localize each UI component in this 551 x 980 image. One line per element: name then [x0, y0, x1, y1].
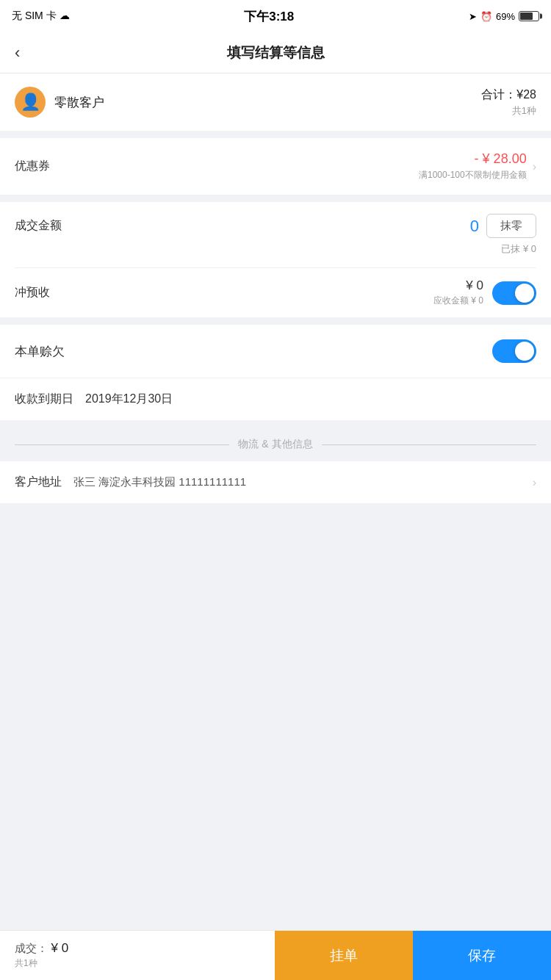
customer-card: 👤 零散客户 合计：¥28 共1种 [0, 73, 551, 131]
bottom-deal-amount: ¥ 0 [51, 941, 68, 955]
logistics-section-label: 物流 & 其他信息 [238, 438, 312, 451]
debt-label: 本单赊欠 [15, 343, 65, 360]
hold-order-button[interactable]: 挂单 [275, 931, 413, 981]
prereceive-label: 冲预收 [15, 285, 50, 300]
address-row[interactable]: 客户地址 张三 海淀永丰科技园 11111111111 › [0, 461, 551, 503]
debt-row: 本单赊欠 [0, 325, 551, 378]
coupon-discount-value: - ¥ 28.00 [419, 151, 527, 167]
prereceive-amounts: ¥ 0 应收金额 ¥ 0 [433, 278, 483, 307]
coupon-row[interactable]: 优惠券 - ¥ 28.00 满1000-100不限制使用金额 › [0, 138, 551, 195]
coupon-card: 优惠券 - ¥ 28.00 满1000-100不限制使用金额 › [0, 138, 551, 195]
debt-toggle[interactable] [492, 339, 536, 363]
prereceive-sub: 应收金额 ¥ 0 [433, 295, 483, 307]
coupon-right: - ¥ 28.00 满1000-100不限制使用金额 › [419, 151, 536, 181]
prereceive-value: ¥ 0 [433, 278, 483, 293]
status-left: 无 SIM 卡 ☁ [12, 10, 70, 23]
nav-bar: ‹ 填写结算等信息 [0, 32, 551, 73]
chevron-right-icon: › [533, 160, 536, 173]
battery-percent: 69% [496, 11, 515, 22]
prereceive-right: ¥ 0 应收金额 ¥ 0 [433, 278, 536, 307]
deal-amount-controls: 0 抹零 [470, 214, 536, 238]
bottom-info: 成交： ¥ 0 共1种 [0, 941, 275, 970]
bottom-spacing [0, 511, 551, 569]
coupon-label: 优惠券 [15, 159, 50, 174]
deal-amount-section: 成交金额 0 抹零 已抹 ¥ 0 [0, 202, 551, 267]
logistics-line-left [15, 444, 229, 445]
debt-card: 本单赊欠 收款到期日 2019年12月30日 [0, 325, 551, 420]
due-date-label: 收款到期日 [15, 392, 73, 407]
logistics-line-right [322, 444, 536, 445]
coupon-sub-text: 满1000-100不限制使用金额 [419, 169, 527, 181]
round-zero-button[interactable]: 抹零 [486, 214, 536, 238]
customer-row: 👤 零散客户 合计：¥28 共1种 [0, 73, 551, 131]
address-value: 张三 海淀永丰科技园 11111111111 [66, 475, 533, 489]
debt-toggle-knob [515, 342, 534, 361]
address-label: 客户地址 [15, 475, 66, 490]
deal-amount-sub: 已抹 ¥ 0 [15, 242, 536, 256]
back-button[interactable]: ‹ [15, 43, 44, 62]
total-amount-label: 合计：¥28 [481, 87, 536, 103]
customer-name: 零散客户 [54, 94, 104, 111]
save-button[interactable]: 保存 [413, 931, 551, 981]
customer-total: 合计：¥28 共1种 [481, 87, 536, 118]
logistics-header: 物流 & 其他信息 [0, 428, 551, 461]
coupon-value-block: - ¥ 28.00 满1000-100不限制使用金额 [419, 151, 527, 181]
customer-info-left: 👤 零散客户 [15, 87, 104, 118]
bottom-deal-row: 成交： ¥ 0 [15, 941, 260, 956]
deal-amount-top: 成交金额 0 抹零 [15, 214, 536, 238]
address-chevron-icon: › [533, 476, 536, 489]
status-time: 下午3:18 [244, 8, 294, 25]
due-date-value: 2019年12月30日 [85, 392, 173, 407]
total-count-label: 共1种 [481, 104, 536, 118]
sim-label: 无 SIM 卡 ☁ [12, 10, 70, 23]
bottom-count: 共1种 [15, 957, 260, 970]
status-right: ➤ ⏰ 69% [469, 11, 539, 22]
status-bar: 无 SIM 卡 ☁ 下午3:18 ➤ ⏰ 69% [0, 0, 551, 32]
prereceive-toggle[interactable] [492, 281, 536, 305]
due-date-row[interactable]: 收款到期日 2019年12月30日 [0, 378, 551, 420]
deal-amount-value[interactable]: 0 [470, 217, 479, 236]
location-icon: ➤ [469, 11, 477, 22]
page-title: 填写结算等信息 [227, 43, 325, 62]
prereceive-row: 冲预收 ¥ 0 应收金额 ¥ 0 [0, 268, 551, 317]
alarm-icon: ⏰ [480, 11, 492, 22]
deal-amount-label: 成交金额 [15, 218, 62, 234]
main-content: 👤 零散客户 合计：¥28 共1种 优惠券 - ¥ 28.00 满1000-10… [0, 73, 551, 569]
deal-prereceive-card: 成交金额 0 抹零 已抹 ¥ 0 冲预收 ¥ 0 应收金额 ¥ 0 [0, 202, 551, 317]
avatar: 👤 [15, 87, 46, 118]
bottom-bar: 成交： ¥ 0 共1种 挂单 保存 [0, 930, 551, 980]
avatar-icon: 👤 [21, 93, 40, 112]
battery-icon [519, 11, 539, 21]
prereceive-toggle-knob [515, 284, 534, 303]
bottom-deal-label: 成交： [15, 942, 48, 954]
